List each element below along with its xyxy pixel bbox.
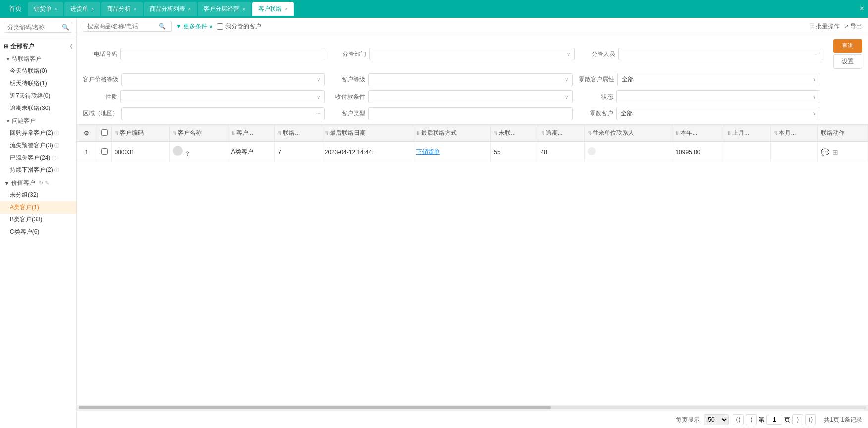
sidebar-item-declining[interactable]: 持续下滑客户(2) ⓘ (0, 164, 76, 176)
filter-price-level-label: 客户价格等级 (83, 75, 118, 84)
th-no-contact[interactable]: ⇅未联... (491, 125, 538, 142)
sidebar-all-customers[interactable]: ⊞ 全部客户 《 (0, 40, 76, 53)
filter-customer-level-select[interactable]: ∨ (368, 73, 572, 86)
filter-nature-select[interactable]: ∨ (120, 90, 325, 103)
cell-contact: 7 (275, 142, 322, 162)
sidebar-item-7day-pending[interactable]: 近7天待联络(0) (0, 90, 76, 102)
settings-button[interactable]: 设置 (833, 54, 862, 69)
filter-retail-customer-select[interactable]: 全部∨ (616, 107, 820, 120)
settings-icon[interactable]: ⚙ (84, 130, 89, 137)
close-sales-order-icon[interactable]: × (54, 6, 57, 12)
close-customer-contact-icon[interactable]: × (285, 6, 288, 12)
scroll-track (79, 406, 866, 409)
filter-phone-input[interactable] (120, 48, 326, 60)
filter-more-btn[interactable]: ▼ 更多条件 ∨ (176, 22, 213, 31)
th-last-month[interactable]: ⇅上月... (724, 125, 770, 142)
th-last-contact-date[interactable]: ⇅最后联络日期 (322, 125, 413, 142)
row-checkbox[interactable] (101, 148, 108, 155)
first-page-btn[interactable]: ⟨⟨ (733, 414, 744, 425)
my-customers-checkbox[interactable] (217, 23, 223, 30)
sidebar-group-value[interactable]: ▼ 价值客户 ↻ ✎ (0, 176, 76, 189)
sidebar-item-ungrouped[interactable]: 未分组(32) (0, 189, 76, 201)
sidebar-item-a-customers[interactable]: A类客户(1) (0, 201, 76, 214)
page-label: 第 (759, 416, 764, 424)
cell-name: ？ (170, 142, 228, 162)
sidebar-item-churned[interactable]: 已流失客户(24) ⓘ (0, 152, 76, 164)
sidebar-item-c-customers[interactable]: C类客户(6) (0, 226, 76, 238)
filter-row-4: 区域（地区） ··· 客户类型 零散客户 全部∨ (83, 107, 862, 120)
sidebar-item-tomorrow-pending[interactable]: 明天待联络(1) (0, 77, 76, 90)
cell-last-month (724, 142, 770, 162)
page-size-select[interactable]: 50 100 (704, 414, 729, 425)
sidebar-item-churn-warning[interactable]: 流失预警客户(3) ⓘ (0, 139, 76, 152)
prev-page-btn[interactable]: ⟨ (746, 414, 757, 425)
home-tab[interactable]: 首页 (4, 4, 27, 13)
sidebar-item-today-pending[interactable]: 今天待联络(0) (0, 65, 76, 77)
sort-icon-7: ⇅ (494, 131, 498, 136)
th-name[interactable]: ⇅客户名称 (170, 125, 228, 142)
th-this-year[interactable]: ⇅本年... (672, 125, 724, 142)
edit-icon[interactable]: ✎ (45, 180, 49, 186)
th-last-contact-method[interactable]: ⇅最后联络方式 (413, 125, 490, 142)
toolbar-right: ☰ 批量操作 ↗ 导出 (809, 22, 862, 31)
tab-product-analysis[interactable]: 商品分析 × (101, 2, 143, 16)
tab-product-analysis-list[interactable]: 商品分析列表 × (144, 2, 197, 16)
table-container: ⚙ ⇅客户编码 ⇅客户名称 ⇅客户... (77, 125, 868, 405)
th-settings[interactable]: ⚙ (77, 125, 97, 142)
table-row: 1 000031 ？ A类客户 (77, 142, 868, 162)
close-product-analysis-icon[interactable]: × (134, 6, 137, 12)
sidebar-group-problem: ▼ 问题客户 (0, 114, 76, 127)
tab-purchase-order[interactable]: 进货单 × (64, 2, 100, 16)
filter-retail-customer: 零散客户 全部∨ (579, 107, 820, 120)
cell-no-contact: 55 (491, 142, 538, 162)
query-button[interactable]: 查询 (833, 39, 862, 53)
sidebar-item-b-customers[interactable]: B类客户(33) (0, 214, 76, 226)
batch-ops-btn[interactable]: ☰ 批量操作 (809, 22, 840, 31)
th-code[interactable]: ⇅客户编码 (111, 125, 170, 142)
close-product-analysis-list-icon[interactable]: × (188, 6, 191, 12)
filter-row-2: 客户价格等级 ∨ 客户等级 ∨ 零散客户属性 全部∨ (83, 73, 862, 86)
filter-payment-terms-select[interactable]: ∨ (368, 90, 572, 103)
export-btn[interactable]: ↗ 导出 (844, 22, 862, 31)
tab-customer-segment[interactable]: 客户分层经营 × (198, 2, 251, 16)
filter-person-select[interactable]: ··· (618, 48, 823, 60)
sidebar-item-repurchase-anomaly[interactable]: 回购异常客户(2) ⓘ (0, 127, 76, 139)
select-all-checkbox[interactable] (101, 129, 108, 136)
page-number-input[interactable] (766, 415, 782, 425)
close-customer-segment-icon[interactable]: × (242, 6, 245, 12)
close-purchase-order-icon[interactable]: × (91, 6, 94, 12)
filter-dept-select[interactable]: ∨ (369, 48, 574, 60)
sort-icon-10: ⇅ (675, 131, 679, 136)
th-overdue[interactable]: ⇅逾期... (538, 125, 584, 142)
info-icon-2: ⓘ (54, 142, 59, 149)
filter-price-level-select[interactable]: ∨ (121, 73, 325, 86)
grid-icon: ⊞ (4, 43, 8, 50)
qr-icon[interactable]: ⊞ (832, 148, 838, 156)
sidebar-item-overdue[interactable]: 逾期未联络(30) (0, 102, 76, 114)
filter-status-select[interactable]: ∨ (616, 90, 820, 103)
scroll-thumb[interactable] (79, 406, 551, 409)
filter-retail-attr-select[interactable]: 全部∨ (617, 73, 820, 86)
th-type[interactable]: ⇅客户... (228, 125, 274, 142)
tab-sales-order[interactable]: 销货单 × (28, 2, 63, 16)
filter-search-input[interactable] (87, 23, 157, 30)
dept-chevron-icon: ∨ (567, 52, 570, 57)
cell-this-year: 10995.00 (672, 142, 724, 162)
status-chevron-icon: ∨ (813, 94, 816, 100)
contact-method-link[interactable]: 下销货单 (416, 148, 440, 155)
last-page-btn[interactable]: ⟩⟩ (805, 414, 816, 425)
th-contact[interactable]: ⇅联络... (275, 125, 322, 142)
filter-customer-type-input[interactable] (368, 107, 572, 120)
window-close-icon[interactable]: × (860, 4, 864, 13)
horizontal-scrollbar[interactable] (77, 405, 868, 411)
next-page-btn[interactable]: ⟩ (792, 414, 803, 425)
filter-btn-group: 查询 设置 (833, 39, 862, 69)
tab-customer-contact[interactable]: 客户联络 × (252, 2, 294, 16)
message-icon[interactable]: 💬 (821, 148, 829, 156)
collapse-icon[interactable]: 《 (67, 43, 72, 50)
th-this-month[interactable]: ⇅本月... (771, 125, 817, 142)
customer-avatar (173, 146, 183, 156)
filter-region-select[interactable]: ··· (121, 107, 325, 120)
th-unit-contact[interactable]: ⇅往来单位联系人 (585, 125, 672, 142)
refresh-icon[interactable]: ↻ (39, 180, 43, 186)
